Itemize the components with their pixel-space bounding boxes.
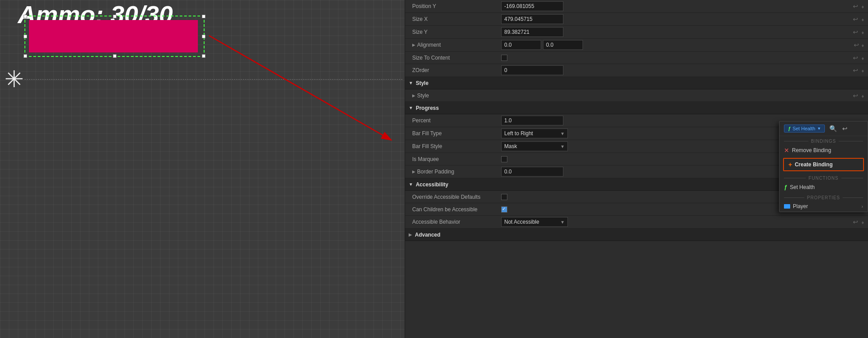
size-x-row: Size X ↩ ⬧ — [405, 13, 868, 26]
set-health-func-button[interactable]: ƒ Set Health ▼ — [784, 125, 825, 133]
zorder-label: ZOrder — [412, 67, 501, 73]
alignment-reset[interactable]: ↩ — [854, 41, 859, 48]
bindings-divider-right — [839, 141, 863, 141]
size-x-value: ↩ ⬧ — [501, 14, 864, 24]
percent-input[interactable] — [501, 116, 563, 125]
functions-label-row: FUNCTIONS — [780, 173, 868, 181]
player-property-item[interactable]: Player › — [780, 201, 868, 212]
red-arrow — [205, 27, 405, 151]
size-x-input[interactable] — [501, 14, 563, 24]
accessible-behavior-dropdown[interactable]: Not Accessible ▼ — [501, 217, 568, 227]
handle-tl[interactable] — [24, 15, 27, 18]
bar-fill-type-text: Left to Right — [504, 130, 533, 137]
properties-section-label: PROPERTIES — [804, 195, 843, 200]
override-accessible-label: Override Accessible Defaults — [412, 194, 501, 200]
bindings-panel-header: ƒ Set Health ▼ 🔍 ↩ — [780, 121, 868, 136]
alignment-x-input[interactable] — [501, 40, 541, 50]
create-binding-label: Create Binding — [795, 161, 832, 168]
size-x-reset[interactable]: ↩ — [853, 16, 858, 23]
size-y-reset[interactable]: ↩ — [853, 28, 858, 36]
handle-ml[interactable] — [24, 35, 27, 38]
size-to-content-checkbox[interactable] — [501, 55, 507, 61]
accessibility-section-arrow: ▼ — [409, 182, 413, 187]
can-children-checkbox[interactable] — [501, 206, 507, 213]
player-chevron-right: › — [861, 204, 863, 209]
accessible-behavior-text: Not Accessible — [504, 219, 539, 225]
handle-tm[interactable] — [113, 15, 117, 18]
handle-bm[interactable] — [113, 54, 117, 58]
style-label: Style — [417, 93, 429, 99]
zorder-reset[interactable]: ↩ — [853, 67, 858, 74]
size-y-pin[interactable]: ⬧ — [861, 28, 864, 36]
alignment-pin[interactable]: ⬧ — [861, 41, 864, 48]
bar-fill-type-dropdown[interactable]: Left to Right ▼ — [501, 129, 568, 138]
style-pin[interactable]: ⬧ — [861, 92, 864, 99]
accessible-behavior-reset[interactable]: ↩ — [853, 218, 858, 225]
undo-button[interactable]: ↩ — [841, 124, 848, 133]
canvas-area: Ammo: 30/30 ✳ — [0, 0, 405, 338]
size-y-input[interactable] — [501, 27, 563, 37]
size-to-content-row: Size To Content ↩ ⬧ — [405, 52, 868, 64]
create-binding-button[interactable]: + Create Binding — [783, 158, 864, 171]
size-to-content-value: ↩ ⬧ — [501, 54, 864, 61]
player-property-label: Player — [793, 203, 808, 209]
size-to-content-pin[interactable]: ⬧ — [861, 54, 864, 61]
player-property-left: Player — [784, 203, 808, 209]
remove-binding-label: Remove Binding — [792, 147, 831, 153]
accessibility-section-title: Accessibility — [416, 181, 448, 188]
functions-section-label: FUNCTIONS — [806, 176, 841, 181]
func-icon-f: ƒ — [788, 126, 791, 131]
svg-line-1 — [209, 36, 391, 140]
search-button[interactable]: 🔍 — [828, 124, 838, 133]
is-marquee-checkbox[interactable] — [501, 156, 507, 162]
style-section-header[interactable]: ▼ Style — [405, 77, 868, 89]
bar-fill-style-dropdown[interactable]: Mask ▼ — [501, 141, 568, 151]
style-section-arrow: ▼ — [409, 80, 413, 85]
bindings-section-label: BINDINGS — [808, 139, 839, 144]
handle-mr[interactable] — [202, 35, 205, 38]
bar-fill-type-label: Bar Fill Type — [412, 130, 501, 137]
alignment-y-input[interactable] — [543, 40, 583, 50]
dashed-line — [24, 79, 402, 80]
position-y-input[interactable] — [501, 1, 563, 11]
handle-tr[interactable] — [202, 15, 205, 18]
remove-binding-icon: ✕ — [784, 147, 789, 154]
properties-panel: Position Y ↩ ⬧ Size X ↩ ⬧ Size Y ↩ ⬧ ▶ A… — [405, 0, 868, 338]
advanced-section-title: Advanced — [415, 232, 440, 238]
bar-fill-style-label: Bar Fill Style — [412, 143, 501, 149]
can-children-label: Can Children be Accessible — [412, 206, 501, 213]
bindings-label-row: BINDINGS — [780, 136, 868, 145]
position-y-pin[interactable]: ⬧ — [861, 3, 864, 10]
accessible-behavior-label: Accessible Behavior — [412, 219, 501, 225]
health-bar-container[interactable] — [24, 16, 205, 57]
progress-section-arrow: ▼ — [409, 105, 413, 110]
handle-br[interactable] — [202, 54, 205, 58]
accessible-behavior-arrow: ▼ — [560, 220, 565, 225]
size-x-pin[interactable]: ⬧ — [861, 16, 864, 23]
set-health-func-icon: ƒ — [784, 184, 787, 190]
style-reset[interactable]: ↩ — [853, 92, 858, 99]
position-y-row: Position Y ↩ ⬧ — [405, 0, 868, 13]
progress-section-header[interactable]: ▼ Progress — [405, 102, 868, 114]
advanced-section-header[interactable]: ▶ Advanced — [405, 229, 868, 241]
accessible-behavior-value: Not Accessible ▼ ↩ ⬧ — [501, 217, 864, 227]
accessible-behavior-pin[interactable]: ⬧ — [861, 218, 864, 225]
border-padding-input[interactable] — [501, 167, 563, 177]
accessible-behavior-row: Accessible Behavior Not Accessible ▼ ↩ ⬧ — [405, 216, 868, 229]
zorder-pin[interactable]: ⬧ — [861, 67, 864, 74]
properties-divider-right — [843, 197, 863, 198]
override-accessible-checkbox[interactable] — [501, 194, 507, 200]
alignment-values: ↩ ⬧ — [501, 40, 864, 50]
set-health-func-item[interactable]: ƒ Set Health — [780, 181, 868, 193]
style-section-title: Style — [416, 80, 429, 86]
handle-bl[interactable] — [24, 54, 27, 58]
func-btn-chevron: ▼ — [817, 126, 821, 131]
bar-fill-style-arrow: ▼ — [560, 144, 565, 149]
remove-binding-item[interactable]: ✕ Remove Binding — [780, 145, 868, 156]
size-to-content-reset[interactable]: ↩ — [853, 54, 858, 61]
zorder-input[interactable] — [501, 65, 563, 75]
set-health-btn-label: Set Health — [792, 126, 815, 131]
size-x-label: Size X — [412, 16, 501, 22]
position-y-reset[interactable]: ↩ — [853, 3, 858, 10]
zorder-row: ZOrder ↩ ⬧ — [405, 64, 868, 77]
